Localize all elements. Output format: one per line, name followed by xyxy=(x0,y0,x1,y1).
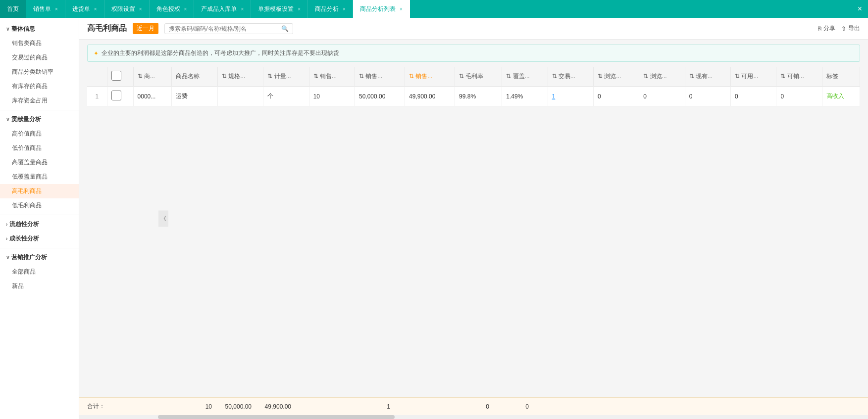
cell-spec xyxy=(217,87,263,106)
top-navigation: 首页 销售单 × 进货单 × 权限设置 × 角色授权 × 产成品入库单 × 单据… xyxy=(0,0,868,18)
footer-transaction: 1 xyxy=(355,403,394,410)
cell-tag: 高收入 xyxy=(822,87,860,106)
col-name[interactable]: 商品名称 xyxy=(171,67,217,87)
cell-sales-cost: 49,900.00 xyxy=(405,87,455,106)
sidebar-item-stocked-goods[interactable]: 有库存的商品 xyxy=(0,79,79,93)
close-icon[interactable]: × xyxy=(400,6,403,12)
sidebar-item-sales-goods[interactable]: 销售类商品 xyxy=(0,36,79,50)
col-unit[interactable]: ⇅ 计量... xyxy=(263,67,309,87)
sidebar-item-low-margin[interactable]: 低毛利商品 xyxy=(0,198,79,213)
horizontal-scrollbar[interactable] xyxy=(79,415,868,419)
nav-sales-order[interactable]: 销售单 × xyxy=(26,0,65,18)
scrollbar-thumb[interactable] xyxy=(158,415,395,419)
sidebar-item-high-value[interactable]: 高价值商品 xyxy=(0,127,79,141)
footer-available1: 0 xyxy=(454,403,493,410)
col-browse1[interactable]: ⇅ 浏览... xyxy=(593,67,639,87)
close-icon[interactable]: × xyxy=(94,6,97,12)
col-coverage[interactable]: ⇅ 覆盖... xyxy=(502,67,548,87)
col-checkbox[interactable] xyxy=(107,67,133,87)
share-button[interactable]: ⎘ 分享 xyxy=(818,24,835,33)
col-gross-rate[interactable]: ⇅ 毛利率 xyxy=(455,67,502,87)
sidebar-group-trend[interactable]: › 流趋性分析 xyxy=(0,217,79,232)
sidebar-group-marketing[interactable]: ∨ 营销推广分析 xyxy=(0,250,79,265)
export-button[interactable]: ⇧ 导出 xyxy=(841,24,860,33)
select-all-checkbox[interactable] xyxy=(111,71,121,81)
close-icon[interactable]: × xyxy=(298,6,301,12)
col-browse2[interactable]: ⇅ 浏览... xyxy=(639,67,685,87)
search-input[interactable] xyxy=(169,25,279,32)
sidebar-group-growth[interactable]: › 成长性分析 xyxy=(0,232,79,246)
star-icon: ✦ xyxy=(94,50,99,57)
content-header: 高毛利商品 近一月 🔍 ⎘ 分享 ⇧ 导出 xyxy=(79,18,868,40)
search-box: 🔍 xyxy=(164,23,293,34)
cell-sellable: 0 xyxy=(776,87,822,106)
sidebar: ∨ 整体信息 销售类商品 交易过的商品 商品分类助销率 有库存的商品 库存资金占… xyxy=(0,18,79,419)
sidebar-item-high-margin[interactable]: 高毛利商品 xyxy=(0,184,79,198)
cell-checkbox[interactable] xyxy=(107,87,133,106)
footer-empty4 xyxy=(424,403,454,410)
footer-sales-cost: 49,900.00 xyxy=(255,403,295,410)
close-all-button[interactable]: × xyxy=(852,4,868,13)
close-icon[interactable]: × xyxy=(184,6,187,12)
footer-sales-qty: 10 xyxy=(117,403,216,410)
table-row: 1 0000... 运费 个 10 50,000.00 49,900.00 xyxy=(87,87,860,106)
cell-gross-rate: 99.8% xyxy=(455,87,502,106)
page-title: 高毛利商品 xyxy=(87,23,127,34)
search-icon[interactable]: 🔍 xyxy=(281,25,289,32)
col-sales-qty[interactable]: ⇅ 销售... xyxy=(309,67,355,87)
chevron-down-icon: ∨ xyxy=(6,26,9,32)
cell-name: 运费 xyxy=(171,87,217,106)
col-transaction[interactable]: ⇅ 交易... xyxy=(548,67,593,87)
nav-product-analysis-list[interactable]: 商品分析列表 × xyxy=(353,0,410,18)
sidebar-divider-3 xyxy=(0,248,79,248)
chevron-right-icon: › xyxy=(6,222,7,227)
cell-sales-amt: 50,000.00 xyxy=(355,87,405,106)
sidebar-item-all-goods[interactable]: 全部商品 xyxy=(0,265,79,279)
nav-product-inbound[interactable]: 产成品入库单 × xyxy=(194,0,251,18)
sidebar-toggle-button[interactable]: 《 xyxy=(158,210,168,227)
cell-no: 1 xyxy=(87,87,107,106)
row-checkbox[interactable] xyxy=(111,91,121,100)
chevron-right-icon: › xyxy=(6,236,7,241)
time-filter-button[interactable]: 近一月 xyxy=(133,23,158,34)
sidebar-divider-2 xyxy=(0,215,79,215)
table-wrapper[interactable]: ⇅ 商... 商品名称 ⇅ 规格... ⇅ 计量... xyxy=(79,67,868,397)
nav-template-settings[interactable]: 单据模板设置 × xyxy=(251,0,308,18)
info-text: 企业的主要的利润都是这部分商品创造的，可考虑加大推广，同时关注库存是不要出现缺货 xyxy=(102,49,339,57)
col-code[interactable]: ⇅ 商... xyxy=(133,67,171,87)
sidebar-item-stock-capital[interactable]: 库存资金占用 xyxy=(0,93,79,108)
col-available2[interactable]: ⇅ 可用... xyxy=(731,67,776,87)
sidebar-item-high-coverage[interactable]: 高覆盖量商品 xyxy=(0,155,79,170)
sidebar-item-traded-goods[interactable]: 交易过的商品 xyxy=(0,50,79,65)
col-sales-cost[interactable]: ⇅ 销售... xyxy=(405,67,455,87)
col-tag[interactable]: 标签 xyxy=(822,67,860,87)
col-spec[interactable]: ⇅ 规格... xyxy=(217,67,263,87)
nav-permissions[interactable]: 权限设置 × xyxy=(104,0,150,18)
cell-available1: 0 xyxy=(685,87,730,106)
info-banner: ✦ 企业的主要的利润都是这部分商品创造的，可考虑加大推广，同时关注库存是不要出现… xyxy=(87,45,860,62)
close-icon[interactable]: × xyxy=(343,6,346,12)
col-sales-amt[interactable]: ⇅ 销售... xyxy=(355,67,405,87)
nav-product-analysis[interactable]: 商品分析 × xyxy=(308,0,353,18)
sidebar-item-low-value[interactable]: 低价值商品 xyxy=(0,141,79,155)
nav-home[interactable]: 首页 xyxy=(0,0,26,18)
footer-label: 合计： xyxy=(87,402,117,411)
footer-empty1 xyxy=(295,403,325,410)
chevron-down-icon: ∨ xyxy=(6,117,9,122)
footer-empty2 xyxy=(325,403,355,410)
close-icon[interactable]: × xyxy=(241,6,244,12)
nav-role-auth[interactable]: 角色授权 × xyxy=(150,0,195,18)
sidebar-item-low-coverage[interactable]: 低覆盖量商品 xyxy=(0,170,79,184)
cell-transaction: 1 xyxy=(548,87,593,106)
col-available1[interactable]: ⇅ 现有... xyxy=(685,67,730,87)
sidebar-item-category-rate[interactable]: 商品分类助销率 xyxy=(0,65,79,79)
col-sellable[interactable]: ⇅ 可销... xyxy=(776,67,822,87)
close-icon[interactable]: × xyxy=(139,6,142,12)
close-icon[interactable]: × xyxy=(55,6,58,12)
sidebar-group-overview[interactable]: ∨ 整体信息 xyxy=(0,22,79,36)
sidebar-group-contribution[interactable]: ∨ 贡献量分析 xyxy=(0,112,79,127)
chevron-down-icon: ∨ xyxy=(6,255,9,260)
sidebar-item-new-goods[interactable]: 新品 xyxy=(0,279,79,293)
cell-code: 0000... xyxy=(133,87,171,106)
nav-purchase-order[interactable]: 进货单 × xyxy=(65,0,104,18)
